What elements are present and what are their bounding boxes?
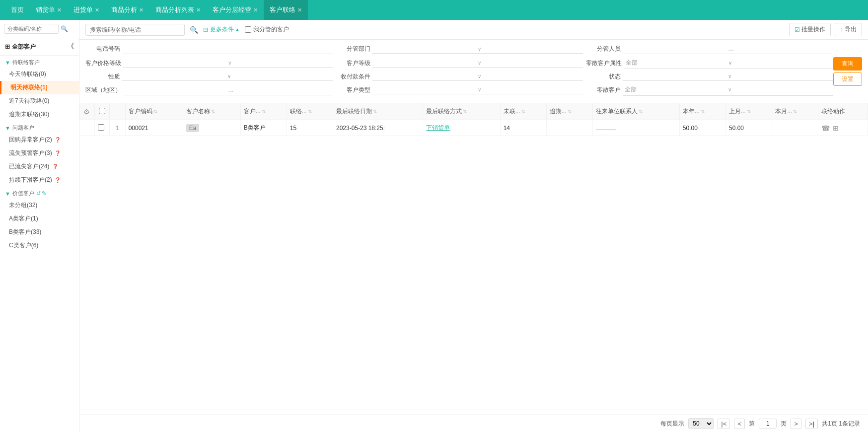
refresh-icon[interactable]: ↺ [36,190,41,197]
batch-action-button[interactable]: ☑ 批量操作 [789,23,831,36]
prev-page-button[interactable]: < [734,419,745,429]
nav-product-analysis-list[interactable]: 商品分析列表 ✕ [149,0,207,20]
filter-person-label: 分管人员 [586,45,621,53]
close-customer-stratification-icon[interactable]: ✕ [253,7,258,13]
row-settings-cell [79,120,94,136]
sidebar-search-input[interactable] [4,24,59,34]
sidebar-item-churned[interactable]: 已流失客户(24) ❓ [0,160,79,173]
row-last-month-cell: 50.00 [725,120,772,136]
info-icon-3: ❓ [52,164,58,169]
export-button[interactable]: ↑ 导出 [835,23,862,36]
sidebar-item-ungrouped[interactable]: 未分组(32) [0,199,79,212]
close-purchase-order-icon[interactable]: ✕ [95,7,99,13]
query-button[interactable]: 查询 [833,57,862,71]
last-page-button[interactable]: >| [805,419,818,429]
last-method-link[interactable]: 下销货单 [426,124,450,131]
sidebar-item-c-class[interactable]: C类客户(6) [0,239,79,252]
filter-retail-attr-select[interactable]: 全部 ∨ [624,57,833,69]
filter-customer-level-select[interactable]: ∨ [372,59,583,68]
next-page-button[interactable]: > [791,419,801,429]
checkbox-icon: ☑ [795,26,800,33]
caret-customer-type-icon: ∨ [478,87,581,92]
sort-last-method-icon[interactable]: ⇅ [463,109,467,114]
filter-area-label: 区域（地区） [85,86,121,94]
per-page-select[interactable]: 50 100 200 [688,418,714,429]
filter-price-level-select[interactable]: ∨ [123,59,333,68]
sidebar-item-b-class[interactable]: B类客户(33) [0,225,79,239]
nav-home[interactable]: 首页 [5,0,30,20]
nav-purchase-order[interactable]: 进货单 ✕ [68,0,105,20]
sort-last-date-icon[interactable]: ⇅ [373,109,377,114]
sidebar-all-customers[interactable]: ⊞ 全部客户 《 [0,38,79,56]
row-last-method-cell: 下销货单 [423,120,500,136]
sort-uncontact-icon[interactable]: ⇅ [521,109,525,114]
sidebar-item-a-class[interactable]: A类客户(1) [0,212,79,225]
my-customers-checkbox-label[interactable]: 我分管的客户 [245,25,289,34]
sidebar-item-today[interactable]: 今天待联络(0) [0,68,79,81]
first-page-button[interactable]: |< [718,419,730,429]
info-icon-2: ❓ [55,150,61,156]
close-customer-contact-icon[interactable]: ✕ [297,7,302,13]
filter-retail-select[interactable]: 全部 ∨ [623,84,833,96]
horizontal-scrollbar[interactable] [79,410,868,415]
my-customers-checkbox[interactable] [245,26,251,33]
edit-icon[interactable]: ✎ [42,190,46,197]
nav-customer-stratification[interactable]: 客户分层经营 ✕ [207,0,264,20]
customer-table: ⚙ 客户编码 ⇅ [79,103,868,136]
nav-sales-order[interactable]: 销货单 ✕ [30,0,68,20]
filter-status-select[interactable]: ∨ [623,72,833,81]
set-button[interactable]: 设置 [833,72,862,86]
sidebar-item-tomorrow[interactable]: 明天待联络(1) [0,81,79,94]
sidebar-item-7days[interactable]: 近7天待联络(0) [0,94,79,108]
more-icon-area[interactable]: … [227,86,331,93]
row-code-cell: 000021 [125,120,183,136]
filter-customer-type-label: 客户类型 [336,86,370,94]
sidebar-search-icon[interactable]: 🔍 [61,25,68,32]
arrow-icon: ▼ [5,60,10,66]
filter-nature-select[interactable]: ∨ [122,72,333,81]
close-sales-order-icon[interactable]: ✕ [57,7,62,13]
sort-this-year-icon[interactable]: ⇅ [701,109,705,114]
section-title-problem: ▼ 问题客户 [0,121,79,133]
table-gear-icon[interactable]: ⚙ [83,108,90,116]
sort-name-icon[interactable]: ⇅ [211,109,215,114]
close-product-analysis-icon[interactable]: ✕ [139,7,144,13]
sort-contacts-icon[interactable]: ⇅ [639,109,643,114]
nav-customer-contact[interactable]: 客户联络 ✕ [264,0,308,20]
sort-this-month-icon[interactable]: ⇅ [793,109,797,114]
sidebar-item-churn-warning[interactable]: 流失预警客户(3) ❓ [0,146,79,160]
filter-payment-select[interactable]: ∨ [372,72,583,81]
col-name: 客户名称 ⇅ [183,103,240,120]
sort-contact-icon[interactable]: ⇅ [308,109,312,114]
nav-product-analysis[interactable]: 商品分析 ✕ [105,0,149,20]
sort-type-icon[interactable]: ⇅ [262,109,266,114]
filter-customer-type-select[interactable]: ∨ [372,85,583,94]
close-product-analysis-list-icon[interactable]: ✕ [196,7,201,13]
filter-search-input[interactable] [85,24,185,36]
filter-customer-level-label: 客户等级 [336,59,370,68]
sidebar-item-repurchase-abnormal[interactable]: 回购异常客户(2) ❓ [0,133,79,146]
select-all-checkbox[interactable] [99,108,105,114]
filter-phone-input[interactable] [122,44,333,54]
row-type-cell: B类客户 [240,120,287,136]
filter-area-select[interactable]: … [123,85,333,95]
sort-last-month-icon[interactable]: ⇅ [747,109,751,114]
row-index-cell: 1 [109,120,125,136]
pagination-bar: 每页显示 50 100 200 |< < 第 页 > >| 共1页 1条记录 [79,415,868,432]
sidebar-item-overdue[interactable]: 逾期未联络(30) [0,108,79,121]
sidebar-item-declining[interactable]: 持续下滑客户(2) ❓ [0,173,79,187]
filter-retail-label: 零散客户 [586,86,621,94]
filter-person-select[interactable]: … [623,44,833,54]
call-action-icon[interactable]: ☎ [821,124,830,132]
filter-dept-select[interactable]: ∨ [372,45,583,54]
filter-retail-attr-field: 零散客户属性 全部 ∨ [586,57,833,69]
more-action-icon[interactable]: ⊞ [833,124,839,132]
page-number-input[interactable] [759,419,777,429]
sort-code-icon[interactable]: ⇅ [153,109,157,114]
more-icon-person[interactable]: … [727,45,831,52]
sort-overdue-icon[interactable]: ⇅ [568,109,572,114]
filter-customer-level-field: 客户等级 ∨ [336,57,583,69]
filter-more-conditions-btn[interactable]: ⊟ 更多条件 ▲ [203,25,240,34]
row-checkbox[interactable] [98,124,104,131]
filter-search-icon[interactable]: 🔍 [190,26,198,34]
